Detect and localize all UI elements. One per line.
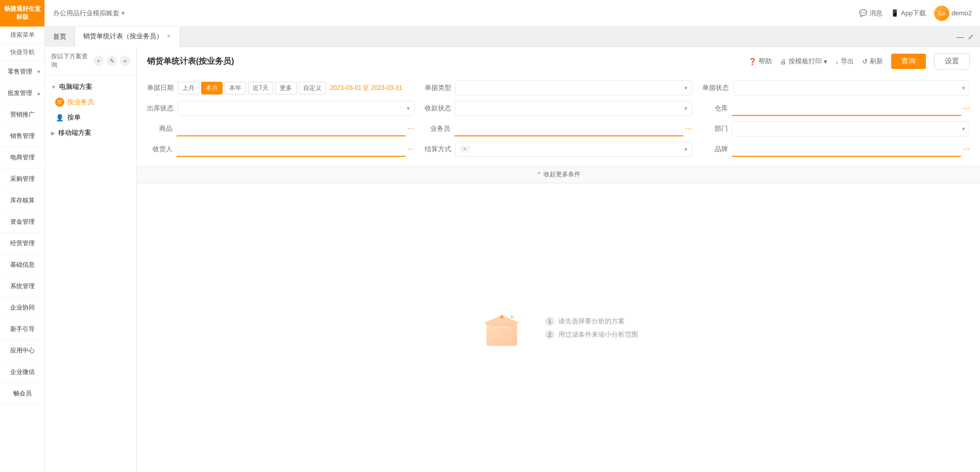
settlement-control: × ▾ — [455, 141, 692, 157]
hint-num-2: 2 — [545, 330, 554, 339]
tree-item-salesman[interactable]: 按 按业务员 — [45, 95, 136, 110]
sidebar-item-appcenter[interactable]: 应用中心 — [0, 340, 44, 362]
left-panel: 按以下方案查询 + ✎ « ▼ 电脑端方案 按 按业务员 👤 按 — [45, 47, 137, 472]
consignee-control: ··· — [177, 141, 414, 157]
date-btn-7days[interactable]: 近7天 — [248, 82, 273, 95]
order-type-select[interactable]: ▾ — [455, 80, 692, 96]
consignee-label: 收货人 — [147, 145, 173, 154]
department-label: 部门 — [702, 124, 728, 133]
right-panel: 销货单统计表(按业务员) ❓ 帮助 🖨 按模板打印 ▾ ↓ — [137, 47, 980, 472]
tab-close-btn[interactable]: × — [166, 32, 172, 41]
goods-dots[interactable]: ··· — [408, 124, 414, 133]
sidebar-item-retail[interactable]: 零售管理 ▼ — [0, 61, 44, 83]
receipt-status-select[interactable]: ▾ — [455, 101, 692, 116]
salesman-input[interactable] — [454, 121, 683, 136]
sidebar-item-purchase[interactable]: 采购管理 — [0, 169, 44, 190]
help-btn[interactable]: ❓ 帮助 — [748, 57, 772, 66]
goods-label: 商品 — [147, 124, 173, 133]
export-btn[interactable]: ↓ 导出 — [836, 57, 854, 66]
date-btn-last-month[interactable]: 上月 — [178, 82, 199, 95]
sidebar-item-marketing[interactable]: 营销推广 — [0, 104, 44, 126]
filter-row-4: 收货人 ··· 结算方式 — [147, 141, 970, 157]
sidebar-item-sales[interactable]: 销售管理 — [0, 126, 44, 147]
date-btn-this-month[interactable]: 本月 — [201, 82, 223, 95]
breadcrumb-dropdown[interactable]: ▾ — [121, 9, 125, 17]
query-button[interactable]: 查询 — [891, 54, 926, 69]
message-btn[interactable]: 💬 消息 — [859, 9, 883, 18]
sidebar-item-finance[interactable]: 资金管理 — [0, 211, 44, 233]
filter-row-3: 商品 ··· 业务员 — [147, 121, 970, 137]
hint-num-1: 1 — [545, 317, 554, 326]
out-status-arrow: ▾ — [407, 105, 410, 112]
tree-label-salesman: 按业务员 — [67, 98, 94, 107]
edit-scheme-btn[interactable]: ✎ — [107, 56, 117, 66]
setting-button[interactable]: 设置 — [934, 53, 970, 69]
empty-hints: 1 请先选择要分析的方案 2 用过滤条件来缩小分析范围 — [545, 317, 638, 339]
brand-input[interactable] — [732, 141, 961, 157]
sidebar-item-enterprise[interactable]: 企业协同 — [0, 297, 44, 319]
add-scheme-btn[interactable]: + — [93, 56, 104, 66]
tree-arrow-mobile: ▶ — [51, 130, 55, 136]
tab-maximize-btn[interactable]: ⤢ — [968, 33, 974, 41]
sidebar-quick-nav[interactable]: 快捷导航 — [0, 44, 44, 61]
filter-brand-cell: 品牌 ··· — [702, 141, 970, 157]
svg-text:✦: ✦ — [509, 314, 514, 321]
date-btn-more[interactable]: 更多 — [275, 82, 297, 95]
tab-home-label: 首页 — [53, 32, 66, 41]
filter-goods-cell: 商品 ··· — [147, 121, 414, 137]
collapse-icon: ⌃ — [536, 171, 542, 178]
tab-minimize-btn[interactable]: — — [957, 33, 964, 41]
sidebar-item-inventory[interactable]: 库存核算 — [0, 190, 44, 211]
filter-out-status-cell: 出库状态 ▾ — [147, 100, 414, 116]
app-download-btn[interactable]: 📱 App下载 — [891, 9, 926, 18]
print-btn[interactable]: 🖨 按模板打印 ▾ — [780, 57, 827, 66]
consignee-input[interactable] — [177, 141, 406, 157]
refresh-btn[interactable]: ↺ 刷新 — [862, 57, 883, 66]
left-panel-title: 按以下方案查询 — [51, 52, 90, 69]
svg-rect-2 — [494, 326, 509, 328]
user-avatar-btn[interactable]: Ea demo2 — [934, 6, 972, 21]
goods-input[interactable] — [177, 121, 406, 136]
tab-sales-stat[interactable]: 销货单统计表（按业务员） × — [75, 27, 180, 47]
sidebar-item-newbie[interactable]: 新手引导 — [0, 319, 44, 340]
brand-dots[interactable]: ··· — [963, 145, 970, 154]
tree-item-mobile[interactable]: ▶ 移动端方案 — [45, 125, 136, 140]
order-status-control: ▾ — [733, 80, 970, 96]
order-type-arrow: ▾ — [684, 85, 688, 91]
department-select[interactable]: ▾ — [732, 121, 970, 136]
out-status-select[interactable]: ▾ — [178, 101, 414, 116]
date-btn-this-year[interactable]: 本年 — [225, 82, 246, 95]
collapse-panel-btn[interactable]: « — [120, 56, 130, 66]
collapse-btn[interactable]: ⌃ 收起更多条件 — [137, 166, 980, 183]
settlement-select[interactable]: × ▾ — [455, 141, 692, 157]
order-status-select[interactable]: ▾ — [733, 80, 970, 96]
date-btn-custom[interactable]: 自定义 — [299, 82, 326, 95]
sidebar-item-basic[interactable]: 基础信息 — [0, 254, 44, 276]
sidebar-item-wholesale[interactable]: 批发管理 ▲ — [0, 83, 44, 104]
tree-item-desktop[interactable]: ▼ 电脑端方案 — [45, 79, 136, 95]
settlement-label: 结算方式 — [425, 145, 451, 154]
filter-department-cell: 部门 ▾ — [702, 121, 970, 137]
settlement-tag-close[interactable]: × — [463, 146, 467, 152]
warehouse-control: ··· — [732, 101, 970, 116]
salesman-dots[interactable]: ··· — [685, 124, 692, 133]
warehouse-dots[interactable]: ··· — [963, 104, 970, 113]
warehouse-label: 仓库 — [702, 104, 728, 113]
tab-home[interactable]: 首页 — [45, 27, 75, 47]
consignee-dots[interactable]: ··· — [408, 145, 414, 154]
tree-item-order[interactable]: 👤 按单 — [45, 110, 136, 125]
sidebar-item-wechat[interactable]: 企业微信 — [0, 362, 44, 383]
sidebar-item-ecommerce[interactable]: 电商管理 — [0, 147, 44, 169]
empty-hint-2: 2 用过滤条件来缩小分析范围 — [545, 330, 638, 339]
filter-salesman-cell: 业务员 ··· — [425, 121, 692, 137]
filter-warehouse-cell: 仓库 ··· — [702, 100, 970, 116]
sidebar-item-system[interactable]: 系统管理 — [0, 276, 44, 297]
sidebar-search[interactable]: 按以下方案查询 搜索菜单 — [0, 27, 44, 44]
out-status-label: 出库状态 — [147, 104, 174, 113]
filter-consignee-cell: 收货人 ··· — [147, 141, 414, 157]
brand-control: ··· — [732, 141, 970, 157]
warehouse-input[interactable] — [732, 101, 961, 116]
filter-date-cell: 单据日期 上月 本月 本年 近7天 更多 自定义 2023-03-01 至 20… — [147, 80, 414, 96]
sidebar-item-operations[interactable]: 经营管理 — [0, 233, 44, 254]
sidebar-item-member[interactable]: 畅会员 — [0, 383, 44, 405]
